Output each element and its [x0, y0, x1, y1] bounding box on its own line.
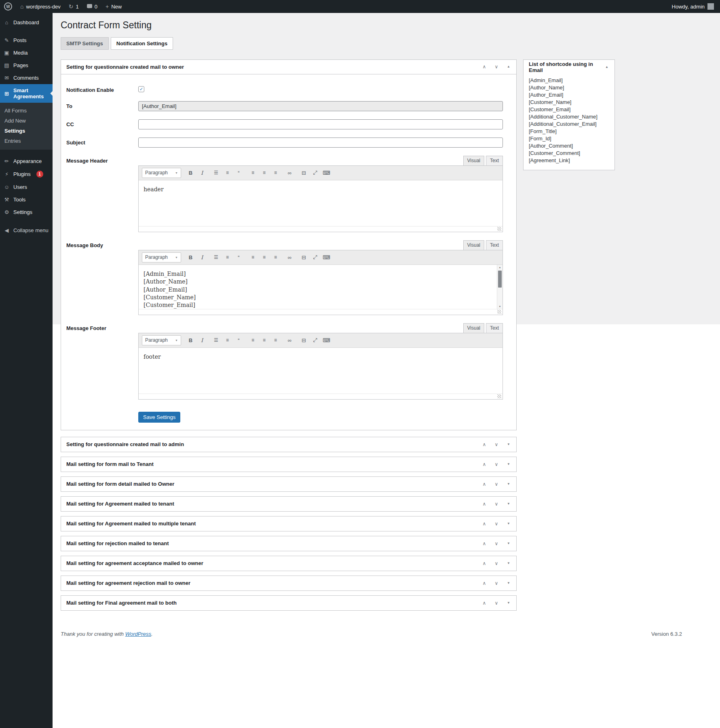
align-right-button[interactable]: ≡ — [270, 335, 281, 345]
align-center-button[interactable]: ≡ — [259, 168, 270, 178]
move-up-icon[interactable]: ∧ — [478, 478, 490, 490]
panel-header[interactable]: Setting for questionnaire created mail t… — [61, 60, 516, 74]
scrollbar[interactable]: ▲ ▼ — [497, 265, 503, 309]
blockquote-button[interactable]: “ — [233, 252, 244, 262]
paragraph-dropdown[interactable]: Paragraph ▼ — [142, 335, 181, 345]
move-down-icon[interactable]: ∨ — [490, 498, 503, 510]
text-tab-button[interactable]: Text — [486, 323, 503, 333]
readmore-button[interactable]: ⊟ — [298, 252, 309, 262]
link-button[interactable]: ∞ — [284, 168, 295, 178]
notification-enable-checkbox[interactable]: ✓ — [138, 86, 144, 92]
text-tab-button[interactable]: Text — [486, 156, 503, 165]
toolbar-toggle-button[interactable]: ⌨ — [321, 252, 332, 262]
bold-button[interactable]: B — [185, 252, 196, 262]
move-down-icon[interactable]: ∨ — [490, 577, 503, 589]
italic-button[interactable]: I — [196, 168, 207, 178]
readmore-button[interactable]: ⊟ — [298, 335, 309, 345]
subject-input[interactable] — [138, 138, 503, 148]
panel-header[interactable]: Setting for questionnaire created mail t… — [61, 437, 516, 452]
bold-button[interactable]: B — [185, 168, 196, 178]
move-up-icon[interactable]: ∧ — [478, 438, 490, 451]
paragraph-dropdown[interactable]: Paragraph ▼ — [142, 252, 181, 262]
panel-header[interactable]: Mail setting for rejection mailed to ten… — [61, 536, 516, 551]
shortcode-box-header[interactable]: List of shortcode using in Email ▲ — [524, 60, 614, 74]
move-down-icon[interactable]: ∨ — [490, 597, 503, 609]
site-name-menu[interactable]: ⌂ wordpress-dev — [16, 0, 65, 13]
sidebar-item-plugins[interactable]: ⚡ Plugins 1 — [0, 167, 53, 181]
collapse-menu-button[interactable]: ◀ Collapse menu — [0, 224, 53, 237]
sidebar-item-settings[interactable]: ⚙ Settings — [0, 206, 53, 218]
panel-header[interactable]: Mail setting for agreement rejection mai… — [61, 576, 516, 590]
panel-header[interactable]: Mail setting for Agreement mailed to mul… — [61, 516, 516, 531]
panel-header[interactable]: Mail setting for Agreement mailed to ten… — [61, 497, 516, 511]
numbered-list-button[interactable]: ≡ — [222, 168, 233, 178]
visual-tab-button[interactable]: Visual — [463, 323, 484, 333]
panel-header[interactable]: Mail setting for form detail mailed to O… — [61, 477, 516, 491]
to-input[interactable] — [138, 101, 503, 111]
resize-handle-icon[interactable] — [497, 227, 501, 231]
sidebar-item-users[interactable]: ☺ Users — [0, 181, 53, 193]
sidebar-item-pages[interactable]: ▤ Pages — [0, 59, 53, 72]
sidebar-item-appearance[interactable]: ✏ Appearance — [0, 155, 53, 167]
move-down-icon[interactable]: ∨ — [490, 538, 503, 550]
avatar[interactable] — [707, 3, 714, 10]
move-down-icon[interactable]: ∨ — [490, 61, 503, 73]
sidebar-item-tools[interactable]: ⚒ Tools — [0, 193, 53, 206]
collapse-toggle-icon[interactable]: ▼ — [503, 557, 515, 569]
collapse-toggle-icon[interactable]: ▼ — [503, 478, 515, 490]
sidebar-item-media[interactable]: ▣ Media — [0, 47, 53, 59]
submenu-item-settings[interactable]: Settings — [0, 126, 53, 136]
message-header-content[interactable]: header — [139, 180, 503, 226]
collapse-toggle-icon[interactable]: ▼ — [503, 498, 515, 510]
move-down-icon[interactable]: ∨ — [490, 557, 503, 569]
resize-handle-icon[interactable] — [497, 394, 501, 398]
move-down-icon[interactable]: ∨ — [490, 458, 503, 470]
scrollbar-thumb[interactable] — [498, 271, 502, 288]
save-settings-button[interactable]: Save Settings — [138, 412, 180, 423]
move-down-icon[interactable]: ∨ — [490, 478, 503, 490]
collapse-toggle-icon[interactable]: ▼ — [503, 438, 515, 451]
align-center-button[interactable]: ≡ — [259, 335, 270, 345]
wordpress-logo-menu[interactable]: W — [0, 0, 16, 13]
fullscreen-button[interactable]: ⤢ — [310, 252, 321, 262]
link-button[interactable]: ∞ — [284, 252, 295, 262]
howdy-text[interactable]: Howdy, admin — [672, 4, 705, 10]
blockquote-button[interactable]: “ — [233, 335, 244, 345]
align-left-button[interactable]: ≡ — [247, 335, 258, 345]
collapse-toggle-icon[interactable]: ▲ — [601, 61, 613, 73]
numbered-list-button[interactable]: ≡ — [222, 335, 233, 345]
align-left-button[interactable]: ≡ — [247, 168, 258, 178]
new-content-menu[interactable]: + New — [101, 0, 126, 13]
text-tab-button[interactable]: Text — [486, 240, 503, 250]
tab-smtp-settings[interactable]: SMTP Settings — [61, 37, 109, 50]
move-up-icon[interactable]: ∧ — [478, 61, 490, 73]
paragraph-dropdown[interactable]: Paragraph ▼ — [142, 168, 181, 178]
blockquote-button[interactable]: “ — [233, 168, 244, 178]
wordpress-link[interactable]: WordPress — [125, 631, 151, 637]
scroll-up-icon[interactable]: ▲ — [497, 266, 503, 269]
tab-notification-settings[interactable]: Notification Settings — [111, 37, 173, 50]
submenu-item-add-new[interactable]: Add New — [0, 116, 53, 126]
panel-header[interactable]: Mail setting for form mail to Tenant ∧ ∨… — [61, 457, 516, 472]
cc-input[interactable] — [138, 119, 503, 129]
move-up-icon[interactable]: ∧ — [478, 577, 490, 589]
sidebar-item-comments[interactable]: ✉ Comments — [0, 72, 53, 84]
move-down-icon[interactable]: ∨ — [490, 438, 503, 451]
align-right-button[interactable]: ≡ — [270, 168, 281, 178]
toolbar-toggle-button[interactable]: ⌨ — [321, 168, 332, 178]
move-up-icon[interactable]: ∧ — [478, 557, 490, 569]
move-up-icon[interactable]: ∧ — [478, 498, 490, 510]
collapse-toggle-icon[interactable]: ▼ — [503, 597, 515, 609]
move-up-icon[interactable]: ∧ — [478, 458, 490, 470]
collapse-toggle-icon[interactable]: ▼ — [503, 538, 515, 550]
submenu-item-entries[interactable]: Entries — [0, 136, 53, 146]
link-button[interactable]: ∞ — [284, 335, 295, 345]
visual-tab-button[interactable]: Visual — [463, 240, 484, 250]
fullscreen-button[interactable]: ⤢ — [310, 168, 321, 178]
collapse-toggle-icon[interactable]: ▼ — [503, 577, 515, 589]
message-body-content[interactable]: [Admin_Email] [Author_Name] [Author_Emai… — [139, 265, 503, 309]
move-up-icon[interactable]: ∧ — [478, 518, 490, 530]
italic-button[interactable]: I — [196, 252, 207, 262]
collapse-toggle-icon[interactable]: ▼ — [503, 458, 515, 470]
message-footer-content[interactable]: footer — [139, 348, 503, 394]
